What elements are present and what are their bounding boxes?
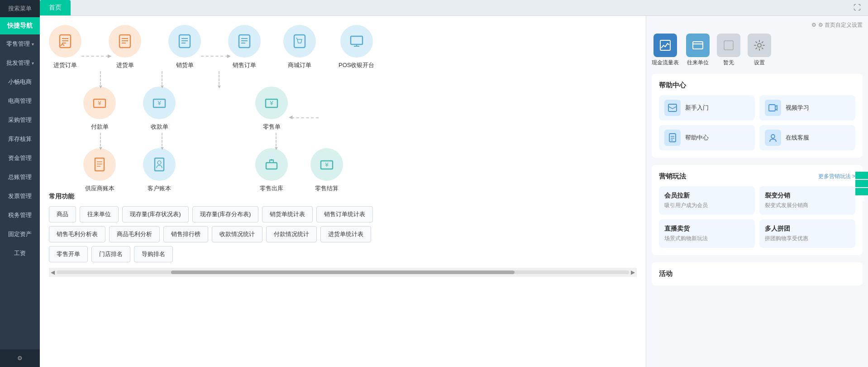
marketing-split-sub: 裂变式发展分销商	[765, 202, 850, 209]
chevron-down-icon: ▾	[32, 61, 34, 66]
sidebar-item-inventory[interactable]: 库存核算	[0, 130, 40, 149]
node-payment[interactable]: ¥ 付款单	[83, 87, 116, 131]
scroll-track[interactable]	[57, 270, 629, 274]
scroll-right-arrow[interactable]: ▶	[631, 269, 635, 275]
retail-settle-label: 零售结算	[315, 184, 339, 193]
horizontal-scrollbar[interactable]: ◀ ▶	[49, 268, 637, 277]
quick-cashflow[interactable]: 现金流量表	[652, 34, 679, 67]
func-btn-inventory-dist[interactable]: 现存量(库存分布表)	[192, 206, 259, 222]
quick-settings[interactable]: 设置	[748, 34, 771, 67]
video-icon	[765, 100, 781, 116]
sidebar-item-salary-label: 工资	[14, 249, 26, 257]
sidebar-item-finance[interactable]: 资金管理	[0, 149, 40, 168]
sales-order-label: 销售订单	[233, 61, 256, 69]
arrow-v-payment	[100, 133, 101, 146]
sidebar-item-retail[interactable]: 零售管理 ▾	[0, 34, 40, 53]
scroll-left-arrow[interactable]: ◀	[51, 269, 55, 275]
func-btn-store-rank[interactable]: 门店排名	[91, 246, 130, 262]
node-mall-order[interactable]: 商城订单	[283, 25, 316, 69]
marketing-live[interactable]: 直播卖货 场景式购物新玩法	[659, 219, 755, 248]
marketing-group[interactable]: 多人拼团 拼团购物享受优惠	[759, 219, 855, 248]
marketing-member[interactable]: 会员拉新 吸引用户成为会员	[659, 186, 755, 215]
node-purchase-order[interactable]: 进货订单	[49, 25, 81, 69]
help-item-help[interactable]: 帮助中心	[659, 125, 755, 150]
help-center-label: 帮助中心	[685, 134, 709, 142]
node-sales-bill[interactable]: 销货单	[168, 25, 201, 69]
customer-service-btn[interactable]: 客服热线	[855, 172, 868, 179]
customize-settings-link[interactable]: ⚙ ⚙ 首页自定义设置	[652, 21, 863, 29]
node-receipt[interactable]: ¥ 收款单	[143, 87, 176, 131]
sidebar-item-invoice[interactable]: 发票管理	[0, 187, 40, 206]
func-btn-retail-bill[interactable]: 零售开单	[49, 246, 88, 262]
sidebar-item-purchase[interactable]: 采购管理	[0, 111, 40, 130]
marketing-section: 营销玩法 更多营销玩法 > 会员拉新 吸引用户成为会员 裂变分销 裂变式发展分销…	[652, 165, 863, 255]
help-item-video[interactable]: 视频学习	[759, 95, 855, 121]
marketing-group-title: 多人拼团	[765, 225, 850, 233]
purchase-bill-label: 进货单	[116, 61, 134, 69]
retail-out-icon	[255, 148, 288, 181]
quick-access-section: 现金流量表 往来单位 暂无	[652, 34, 863, 67]
svg-rect-34	[266, 163, 277, 169]
func-btn-partners[interactable]: 往来单位	[80, 206, 119, 222]
sidebar-item-ecom-small[interactable]: 小畅电商	[0, 72, 40, 92]
func-btn-payment-stats[interactable]: 付款情况统计	[266, 226, 317, 242]
sidebar-item-finance-label: 资金管理	[8, 154, 32, 162]
marketing-member-sub: 吸引用户成为会员	[664, 202, 749, 209]
desktop-shortcut-btn[interactable]: 桌面快捷	[855, 188, 868, 195]
func-btn-receipt-stats[interactable]: 收款情况统计	[212, 226, 262, 242]
node-pos-open[interactable]: POS收银开台	[339, 25, 374, 69]
activity-title: 活动	[659, 270, 855, 278]
sidebar-item-ecom-small-label: 小畅电商	[8, 78, 32, 86]
node-retail-out[interactable]: 零售出库	[255, 148, 288, 193]
marketing-grid: 会员拉新 吸引用户成为会员 裂变分销 裂变式发展分销商 直播卖货 场景式购物新玩…	[659, 186, 855, 248]
search-menu[interactable]: 搜索菜单	[0, 0, 40, 17]
func-btn-product-margin[interactable]: 商品毛利分析	[109, 226, 160, 242]
sidebar-item-salary[interactable]: 工资	[0, 244, 40, 263]
sidebar-item-ledger[interactable]: 总账管理	[0, 168, 40, 187]
sidebar-item-assets[interactable]: 固定资产	[0, 225, 40, 244]
svg-text:¥: ¥	[97, 100, 101, 106]
func-btn-sales-rank[interactable]: 销售排行榜	[163, 226, 208, 242]
node-supplier-account[interactable]: 供应商账本	[83, 148, 116, 193]
quick-partners[interactable]: 往来单位	[686, 34, 710, 67]
gear-icon: ⚙	[17, 355, 23, 362]
func-btn-inventory-status[interactable]: 现存量(库存状况表)	[122, 206, 189, 222]
help-item-service[interactable]: 在线客服	[759, 125, 855, 150]
svg-point-33	[157, 161, 161, 164]
node-retail-bill[interactable]: ¥ 零售单	[255, 87, 288, 131]
more-marketing-link[interactable]: 更多营销玩法 >	[818, 173, 855, 180]
sidebar-item-assets-label: 固定资产	[8, 230, 32, 238]
sidebar-item-tax[interactable]: 税务管理	[0, 206, 40, 225]
tab-home[interactable]: 首页	[40, 0, 71, 15]
expand-button[interactable]: ⛶	[850, 2, 864, 14]
settings-button[interactable]: ⚙	[0, 349, 40, 367]
partners-label: 往来单位	[687, 59, 709, 67]
settings-label: 设置	[754, 59, 765, 67]
func-btn-purchase-stats[interactable]: 进货单统计表	[320, 226, 371, 242]
mall-order-label: 商城订单	[288, 61, 311, 69]
retail-settle-icon: ¥	[310, 148, 343, 181]
arrow-h2	[201, 56, 228, 57]
sidebar-item-wholesale[interactable]: 批发管理 ▾	[0, 53, 40, 72]
gear-icon: ⚙	[811, 22, 816, 28]
supplier-account-icon	[83, 148, 116, 181]
node-retail-settle[interactable]: ¥ 零售结算	[310, 148, 343, 193]
func-btn-guide-rank[interactable]: 导购排名	[134, 246, 173, 262]
node-purchase-bill[interactable]: 进货单	[109, 25, 141, 69]
node-customer-account[interactable]: 客户账本	[143, 148, 176, 193]
sidebar-item-purchase-label: 采购管理	[8, 116, 32, 124]
quick-none[interactable]: 暂无	[717, 34, 740, 67]
func-btn-order-stats[interactable]: 销售订单统计表	[316, 206, 373, 222]
sidebar-item-ecom-mgmt[interactable]: 电商管理	[0, 92, 40, 111]
func-btn-sales-margin[interactable]: 销售毛利分析表	[49, 226, 105, 242]
func-btn-sales-stats[interactable]: 销货单统计表	[262, 206, 313, 222]
community-btn[interactable]: 服务社区	[855, 180, 868, 187]
sidebar-item-ecom-mgmt-label: 电商管理	[8, 97, 32, 105]
scroll-thumb[interactable]	[171, 270, 515, 274]
func-btn-product[interactable]: 商品	[49, 206, 76, 222]
function-row-2: 销售毛利分析表 商品毛利分析 销售排行榜 收款情况统计 付款情况统计 进货单统计…	[49, 226, 637, 242]
help-grid: 新手入门 视频学习 帮助中心	[659, 95, 855, 150]
node-sales-order[interactable]: 销售订单	[228, 25, 261, 69]
help-item-beginner[interactable]: 新手入门	[659, 95, 755, 121]
marketing-split[interactable]: 裂变分销 裂变式发展分销商	[759, 186, 855, 215]
